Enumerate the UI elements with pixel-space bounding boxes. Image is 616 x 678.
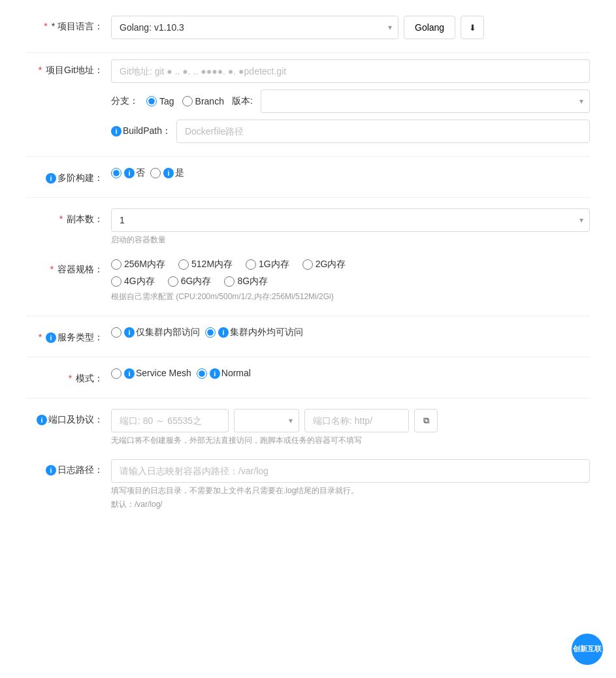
service-mesh-label[interactable]: iService Mesh (111, 368, 191, 379)
service-type-info-icon: i (46, 332, 56, 343)
spec-8g-radio[interactable] (224, 276, 235, 287)
container-spec-content: 256M内存 512M内存 1G内存 2G内存 4G内存 (111, 259, 590, 302)
service-external-text: i集群内外均可访问 (218, 327, 303, 338)
normal-mode-text: iNormal (210, 368, 251, 379)
multi-stage-label: i多阶构建： (26, 167, 111, 184)
spec-512m-text: 512M内存 (191, 259, 233, 270)
log-path-input[interactable] (111, 459, 590, 483)
container-spec-label: * 容器规格： (26, 259, 111, 276)
spec-4g-label[interactable]: 4G内存 (111, 276, 155, 287)
spec-1g-radio[interactable] (246, 259, 256, 270)
log-path-row: i日志路径： 填写项目的日志目录，不需要加上文件名只需要在.log结尾的目录就行… (26, 459, 590, 510)
spec-6g-text: 6G内存 (181, 276, 212, 287)
spec-4g-radio[interactable] (111, 276, 122, 287)
golang-button[interactable]: Golang (404, 16, 455, 39)
spec-2g-radio[interactable] (302, 259, 313, 270)
service-external-label[interactable]: i集群内外均可访问 (205, 327, 303, 338)
multi-stage-yes-label[interactable]: i是 (150, 167, 184, 179)
container-spec-row: * 容器规格： 256M内存 512M内存 1G内存 2G内存 (26, 259, 590, 302)
spec-1g-label[interactable]: 1G内存 (246, 259, 289, 270)
port-row: i端口及协议： ⧉ 无端口将不创建服务，外部无法直接访问，跑脚本或任务的容器可不… (26, 409, 590, 446)
protocol-select[interactable] (234, 409, 299, 432)
branch-radio-label[interactable]: Branch (182, 96, 224, 106)
container-spec-row2: 4G内存 6G内存 8G内存 (111, 276, 590, 287)
language-row: * * 项目语言： Golang: v1.10.3 Golang ⬇ (26, 16, 590, 39)
port-label: i端口及协议： (26, 409, 111, 426)
language-content: Golang: v1.10.3 Golang ⬇ (111, 16, 590, 39)
normal-mode-radio[interactable] (197, 368, 207, 379)
spec-6g-label[interactable]: 6G内存 (168, 276, 212, 287)
mode-label: * 模式： (26, 368, 111, 385)
multi-stage-info-icon: i (46, 173, 56, 184)
port-input-row: ⧉ (111, 409, 590, 432)
replicas-select[interactable]: 1 (111, 208, 590, 232)
service-external-radio[interactable] (205, 327, 216, 338)
git-url-input[interactable] (111, 59, 590, 83)
service-type-label: * i服务类型： (26, 327, 111, 344)
port-copy-button[interactable]: ⧉ (414, 409, 438, 432)
git-url-label: * 项目Git地址： (26, 59, 111, 76)
branch-radio[interactable] (182, 96, 193, 106)
multi-stage-row: i多阶构建： i否 i是 (26, 167, 590, 184)
protocol-select-wrapper (234, 409, 299, 432)
log-path-label: i日志路径： (26, 459, 111, 476)
spec-512m-label[interactable]: 512M内存 (178, 259, 233, 270)
branch-prefix-label: 分支： (111, 95, 138, 107)
replicas-content: 1 启动的容器数量 (111, 208, 590, 246)
service-mesh-radio[interactable] (111, 368, 122, 379)
service-internal-label[interactable]: i仅集群内部访问 (111, 327, 200, 338)
spec-2g-text: 2G内存 (316, 259, 346, 270)
spec-512m-radio[interactable] (178, 259, 189, 270)
service-mesh-text: iService Mesh (124, 368, 191, 379)
service-internal-radio[interactable] (111, 327, 122, 338)
log-path-info-icon: i (46, 465, 56, 476)
build-path-input[interactable] (176, 120, 590, 143)
replicas-row: * 副本数： 1 启动的容器数量 (26, 208, 590, 246)
normal-mode-label[interactable]: iNormal (197, 368, 251, 379)
multi-stage-content: i否 i是 (111, 167, 590, 179)
multi-stage-no-text: i否 (124, 167, 145, 179)
port-info-icon: i (37, 415, 47, 425)
replicas-label: * 副本数： (26, 208, 111, 225)
spec-4g-text: 4G内存 (124, 276, 155, 287)
spec-2g-label[interactable]: 2G内存 (302, 259, 346, 270)
port-number-input[interactable] (111, 409, 229, 432)
tag-label: Tag (159, 96, 174, 106)
log-path-content: 填写项目的日志目录，不需要加上文件名只需要在.log结尾的目录就行。 默认：/v… (111, 459, 590, 510)
git-url-content: 分支： Tag Branch 版本: (111, 59, 590, 143)
version-select[interactable] (261, 89, 590, 113)
container-spec-row1: 256M内存 512M内存 1G内存 2G内存 (111, 259, 590, 270)
language-select-wrapper: Golang: v1.10.3 (111, 16, 398, 39)
build-path-info-icon: i (111, 126, 122, 137)
port-name-input[interactable] (304, 409, 409, 432)
port-hint: 无端口将不创建服务，外部无法直接访问，跑脚本或任务的容器可不填写 (111, 435, 590, 446)
multi-stage-no-label[interactable]: i否 (111, 167, 145, 179)
multi-stage-no-radio[interactable] (111, 168, 122, 178)
download-button[interactable]: ⬇ (461, 16, 484, 39)
spec-8g-label[interactable]: 8G内存 (224, 276, 268, 287)
copy-icon: ⧉ (423, 415, 429, 426)
tag-radio[interactable] (146, 96, 157, 106)
multi-stage-yes-radio[interactable] (150, 168, 161, 178)
spec-6g-radio[interactable] (168, 276, 178, 287)
git-url-row: * 项目Git地址： 分支： Tag Branch 版本: (26, 59, 590, 143)
spec-256m-label[interactable]: 256M内存 (111, 259, 165, 270)
version-select-wrapper (261, 89, 590, 113)
build-path-label: iBuildPath： (111, 125, 171, 137)
spec-256m-text: 256M内存 (124, 259, 165, 270)
spec-256m-radio[interactable] (111, 259, 122, 270)
branch-row: 分支： Tag Branch 版本: (111, 89, 590, 113)
version-label: 版本: (232, 95, 253, 107)
container-spec-hint: 根据自己需求配置 (CPU:200m/500m/1/2,内存:256Mi/512… (111, 291, 590, 302)
download-icon: ⬇ (469, 23, 476, 33)
spec-8g-text: 8G内存 (237, 276, 268, 287)
mode-row: * 模式： iService Mesh iNormal (26, 368, 590, 385)
branch-label: Branch (195, 96, 224, 106)
spec-1g-text: 1G内存 (259, 259, 289, 270)
log-path-hint2: 默认：/var/log/ (111, 499, 590, 510)
replicas-select-wrapper: 1 (111, 208, 590, 232)
port-content: ⧉ 无端口将不创建服务，外部无法直接访问，跑脚本或任务的容器可不填写 (111, 409, 590, 446)
language-select[interactable]: Golang: v1.10.3 (111, 16, 398, 39)
tag-radio-label[interactable]: Tag (146, 96, 174, 106)
multi-stage-yes-text: i是 (163, 167, 184, 179)
